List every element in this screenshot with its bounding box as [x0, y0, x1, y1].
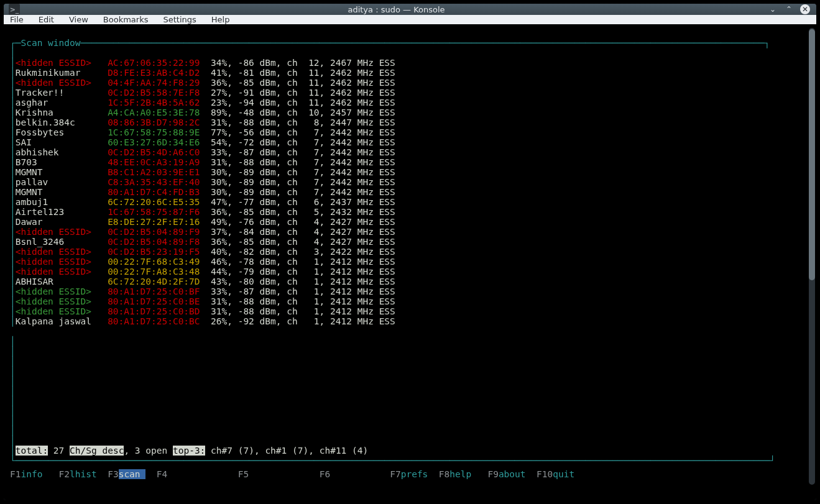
scan-window-title: Scan window	[21, 38, 80, 48]
maximize-button[interactable]: ⌃	[784, 4, 794, 14]
box-side: │	[10, 346, 16, 356]
titlebar[interactable]: >_ aditya : sudo — Konsole ⌄ ⌃ ✕	[4, 4, 816, 15]
box-side: │	[10, 386, 16, 396]
menu-help[interactable]: Help	[211, 15, 230, 24]
box-side: │	[10, 436, 16, 446]
box-side: │	[10, 406, 16, 416]
box-side: │	[10, 396, 16, 406]
window-title: aditya : sudo — Konsole	[25, 5, 768, 14]
close-button[interactable]: ✕	[800, 4, 810, 14]
status-total: 27	[53, 446, 64, 456]
box-side: │	[10, 48, 16, 58]
function-keys: F1info F2lhist F3scan F4 F5 F6 F7prefs F…	[10, 469, 810, 479]
minimize-button[interactable]: ⌄	[768, 4, 778, 14]
scrollbar[interactable]	[809, 28, 815, 485]
status-top3-label: top-3:	[173, 446, 205, 456]
app-icon: >_	[9, 4, 20, 15]
box-side: │	[10, 336, 16, 346]
status-open: 3 open	[135, 446, 167, 456]
menu-view[interactable]: View	[69, 15, 88, 24]
scan-rows: │<hidden ESSID> AC:67:06:35:22:99 34%, -…	[10, 58, 810, 326]
box-side: │	[10, 366, 16, 376]
box-side: │	[10, 426, 16, 436]
terminal-content: ┌─Scan window───────────────────────────…	[6, 27, 814, 500]
menu-edit[interactable]: Edit	[39, 15, 54, 24]
scrollbar-thumb[interactable]	[809, 29, 815, 280]
box-side: │	[10, 356, 16, 366]
menu-bar: File Edit View Bookmarks Settings Help	[4, 15, 816, 24]
status-sort: Ch/Sg desc	[70, 446, 124, 456]
status-total-label: total:	[16, 446, 48, 456]
konsole-window: >_ aditya : sudo — Konsole ⌄ ⌃ ✕ File Ed…	[4, 4, 816, 500]
box-top-line: ────────────────────────────────────────…	[81, 38, 770, 48]
desktop-frame: >_ aditya : sudo — Konsole ⌄ ⌃ ✕ File Ed…	[0, 0, 820, 504]
box-side: │	[10, 446, 16, 456]
box-side: │	[10, 416, 16, 426]
box-side: │	[10, 376, 16, 386]
box-bottom-line: ────────────────────────────────────────…	[16, 456, 775, 465]
terminal-icon: >_	[10, 6, 19, 14]
menu-file[interactable]: File	[10, 15, 24, 24]
box-bottom: └	[10, 456, 16, 465]
terminal-area[interactable]: ┌─Scan window───────────────────────────…	[4, 24, 816, 500]
menu-settings[interactable]: Settings	[163, 15, 196, 24]
window-buttons: ⌄ ⌃ ✕	[768, 4, 816, 14]
status-top3: ch#7 (7), ch#1 (7), ch#11 (4)	[211, 446, 368, 456]
menu-bookmarks[interactable]: Bookmarks	[103, 15, 149, 24]
box-top: ┌─	[10, 38, 21, 48]
